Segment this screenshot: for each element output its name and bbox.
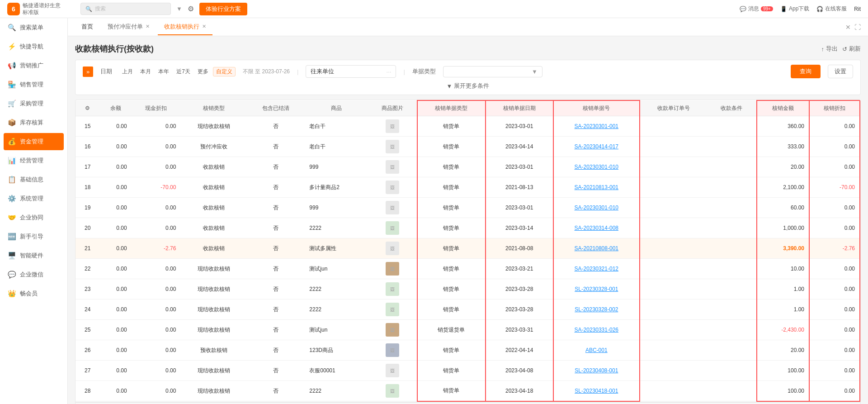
cell-cash-discount: -2.76 [132,238,181,259]
sidebar-item-hardware[interactable]: 🖥️ 智能硬件 [0,246,67,265]
tab-bar-right: ✕ ⛶ [845,24,861,31]
cell-writeoff-bill-type: 销货单 [417,218,485,238]
online-support-label: 在线客服 [825,5,847,13]
cell-writeoff-bill-no[interactable]: SL-20230408-001 [553,361,640,381]
gear-settings-button[interactable]: ⚙ [188,5,194,13]
col-header-writeoff-discount: 核销折扣 [809,100,860,116]
cell-goods-image: 🖼 [368,340,417,361]
search-box[interactable]: 🔍 搜索 [80,3,171,15]
cell-writeoff-type: 预付冲应收 [180,137,247,157]
notifications-area[interactable]: 💬 消息 99+ [740,5,773,13]
sidebar-item-system[interactable]: ⚙️ 系统管理 [0,189,67,208]
cell-writeoff-bill-no[interactable]: SA-20230321-012 [553,259,640,279]
cell-receipt-condition [707,259,756,279]
expand-more-conditions[interactable]: ▼ 展开更多条件 [447,82,490,90]
cell-include-settled: 否 [247,177,305,198]
counterpart-select[interactable]: 往来单位 ··· [306,65,396,78]
cell-writeoff-amount: -2,430.00 [757,320,809,340]
cell-writeoff-bill-no[interactable]: SA-20230301-010 [553,198,640,218]
cell-writeoff-bill-no[interactable]: ABC-001 [553,340,640,361]
tab-writeoff[interactable]: 收款核销执行 ✕ [158,19,212,35]
this-year-btn[interactable]: 本年 [156,67,172,76]
cell-num: 17 [75,157,99,177]
cell-writeoff-bill-no[interactable]: SL-20230328-002 [553,299,640,320]
tab-writeoff-close[interactable]: ✕ [202,24,206,29]
sidebar-label-enterprise: 企业协同 [20,214,43,222]
cell-writeoff-bill-no[interactable]: SA-20230414-017 [553,137,640,157]
cell-writeoff-bill-no[interactable]: SL-20230418-001 [553,381,640,401]
sidebar-item-finance[interactable]: 💰 资金管理 [4,133,64,150]
sidebar-item-member[interactable]: 👑 畅会员 [0,284,67,303]
table-row: 23 0.00 0.00 现结收款核销 否 2222 🖼 销货单 2023-03… [75,279,860,299]
cell-writeoff-bill-no[interactable]: SA-20210813-001 [553,177,640,198]
sidebar-item-search[interactable]: 🔍 搜索菜单 [0,18,67,37]
query-button[interactable]: 查询 [791,65,821,78]
sidebar-item-inventory[interactable]: 📦 库存核算 [0,113,67,132]
app-download-area[interactable]: 📱 App下载 [780,5,809,13]
hardware-icon: 🖥️ [7,252,16,260]
cell-include-settled: 否 [247,137,305,157]
cell-writeoff-bill-no[interactable]: SA-20210808-001 [553,238,640,259]
bill-type-select[interactable]: ▼ [443,66,542,77]
last-7days-btn[interactable]: 近7天 [174,67,193,76]
col-header-settings[interactable]: ⚙ [75,100,99,116]
tab-expand-button[interactable]: ⛶ [854,24,861,31]
this-month-btn[interactable]: 本月 [137,67,154,76]
refresh-button[interactable]: ↺ 刷新 [842,45,861,53]
cell-receipt-order-no [640,198,707,218]
date-range-display: 不限 至 2023-07-26 [243,68,290,76]
tab-prepay-close[interactable]: ✕ [146,24,150,29]
headset-icon: 🎧 [816,6,823,12]
cell-writeoff-amount: 20.00 [757,157,809,177]
export-button[interactable]: ↑ 导出 [821,45,838,53]
sidebar-item-sales[interactable]: 🏪 销售管理 [0,75,67,94]
cell-goods-image: 🖼 [368,279,417,299]
cell-writeoff-type: 现结收款核销 [180,259,247,279]
cell-cash-discount: 0.00 [132,137,181,157]
cell-writeoff-type: 现结收款核销 [180,320,247,340]
settings-button[interactable]: 设置 [828,65,853,78]
search-menu-icon: 🔍 [7,24,16,32]
sidebar-item-enterprise[interactable]: 🤝 企业协同 [0,208,67,227]
chevron-down-icon: ▼ [447,83,453,90]
cell-include-settled: 否 [247,238,305,259]
tab-home-label: 首页 [81,23,93,31]
sidebar-item-basicinfo[interactable]: 📋 基础信息 [0,170,67,189]
sidebar-item-operations[interactable]: 📊 经营管理 [0,151,67,170]
custom-date-label[interactable]: 自定义 [213,67,236,76]
last-month-btn[interactable]: 上月 [119,67,136,76]
tab-prepay[interactable]: 预付冲应付单 ✕ [101,19,156,35]
sidebar-item-guide[interactable]: 🆕 新手引导 [0,227,67,246]
cell-writeoff-bill-no[interactable]: SL-20230328-001 [553,279,640,299]
sidebar-item-marketing[interactable]: 📢 营销推广 [0,56,67,75]
cell-writeoff-discount: 0.00 [809,116,860,137]
basicinfo-icon: 📋 [7,176,16,184]
sidebar-item-quicknav[interactable]: ⚡ 快捷导航 [0,37,67,56]
cell-balance: 0.00 [99,157,131,177]
cell-writeoff-bill-type: 销货单 [417,157,485,177]
search-placeholder: 搜索 [95,5,106,13]
sidebar-label-hardware: 智能硬件 [20,252,43,260]
cell-writeoff-bill-no[interactable]: SA-20230301-010 [553,157,640,177]
cell-writeoff-type: 预收款核销 [180,340,247,361]
counterpart-placeholder: 往来单位 [311,67,334,76]
cell-writeoff-bill-no[interactable]: SA-20230301-001 [553,116,640,137]
cell-writeoff-bill-no[interactable]: SA-20230331-026 [553,320,640,340]
cell-writeoff-bill-no[interactable]: SA-20230314-008 [553,218,640,238]
cell-balance: 0.00 [99,279,131,299]
cell-num: 27 [75,361,99,381]
sidebar-item-wechat[interactable]: 💬 企业微信 [0,265,67,284]
col-header-writeoff-bill-type: 核销单据类型 [417,100,485,116]
tab-home[interactable]: 首页 [75,19,99,35]
online-support-area[interactable]: 🎧 在线客服 [816,5,847,13]
cell-receipt-order-no [640,299,707,320]
solution-button[interactable]: 体验行业方案 [199,3,247,15]
tab-close-all-button[interactable]: ✕ [845,24,851,31]
cell-writeoff-amount: 1,000.00 [757,218,809,238]
sidebar-item-purchase[interactable]: 🛒 采购管理 [0,94,67,113]
sales-icon: 🏪 [7,81,16,89]
cell-receipt-order-no [640,116,707,137]
cell-balance: 0.00 [99,238,131,259]
filter-collapse-button[interactable]: » [83,67,93,77]
more-date-btn[interactable]: 更多 [195,67,211,76]
